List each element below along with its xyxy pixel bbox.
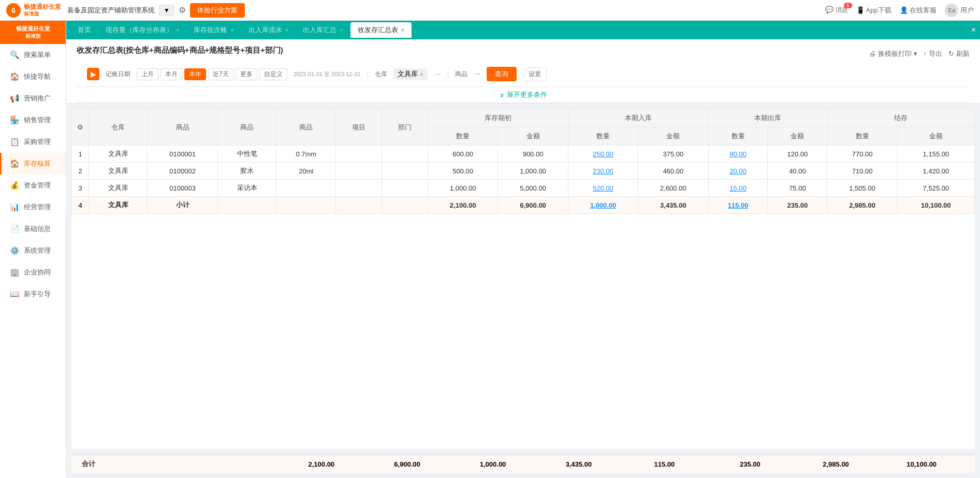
- sidebar-item-search[interactable]: 🔍 搜索菜单: [0, 44, 66, 66]
- refresh-button[interactable]: ↻ 刷新: [948, 49, 970, 59]
- row-dept: [382, 197, 428, 214]
- system-dropdown[interactable]: ▼: [159, 5, 174, 16]
- chip-last-month[interactable]: 上月: [137, 68, 158, 80]
- tab-inout-summary-label: 出入库汇总: [303, 25, 337, 35]
- chip-more[interactable]: 更多: [236, 68, 257, 80]
- tab-recv-send-close[interactable]: ×: [401, 27, 404, 33]
- row-in-qty[interactable]: 230.00: [568, 163, 638, 180]
- tab-stock-dist-close[interactable]: ×: [176, 27, 179, 33]
- trial-button[interactable]: 体验行业方案: [190, 3, 245, 18]
- chip-7days[interactable]: 近7天: [208, 68, 233, 80]
- sidebar-item-finance[interactable]: 💰 资金管理: [0, 175, 66, 196]
- app-logo: 6 畅捷通好生意 标准版: [6, 3, 61, 18]
- th-open-qty: 数量: [428, 127, 498, 146]
- expand-icon: ∨: [500, 91, 505, 99]
- th-closing: 结存: [827, 109, 975, 127]
- tab-inout-summary[interactable]: 出入库汇总 ×: [296, 22, 350, 38]
- sidebar-item-basic[interactable]: 📄 基础信息: [0, 218, 66, 240]
- settings-icon[interactable]: ⚙: [179, 5, 186, 15]
- tab-inout-flow-label: 出入库流水: [248, 25, 282, 35]
- footer-values: 2,100.00 6,900.00 1,000.00 3,435.00 115.…: [279, 460, 964, 468]
- sidebar-item-operation[interactable]: 📊 经营管理: [0, 196, 66, 218]
- expand-more-button[interactable]: ∨ 展开更多条件: [500, 90, 547, 99]
- table-row: 4文具库小计2,100.006,900.001,000.003,435.0011…: [72, 197, 975, 214]
- row-close-amt: 7,525.00: [897, 180, 974, 197]
- chip-custom[interactable]: 自定义: [259, 68, 287, 80]
- row-out-qty[interactable]: 20.00: [708, 163, 768, 180]
- warehouse-tag: 文具库 ×: [393, 68, 428, 80]
- sidebar-label-marketing: 营销推广: [24, 94, 51, 103]
- row-in-qty[interactable]: 250.00: [568, 146, 638, 163]
- warehouse-tag-close[interactable]: ×: [420, 70, 424, 78]
- tab-batch-close[interactable]: ×: [230, 27, 233, 33]
- filter-toggle-button[interactable]: ▶: [87, 68, 99, 80]
- tab-home[interactable]: 首页: [70, 22, 98, 38]
- row-in-qty[interactable]: 1,000.00: [568, 197, 638, 214]
- row-close-qty: 1,505.00: [827, 180, 897, 197]
- messages-icon[interactable]: 💬 6 消息: [825, 6, 848, 15]
- tab-bar-close[interactable]: ×: [971, 25, 976, 35]
- tab-bar: 首页 现存量（库存分布表） × 库存批次账 × 出入库流水 × 出入库汇总 × …: [66, 21, 980, 39]
- sidebar-label-sales: 销售管理: [24, 115, 51, 125]
- row-in-qty[interactable]: 520.00: [568, 180, 638, 197]
- row-project: [336, 146, 382, 163]
- finance-icon: 💰: [10, 181, 20, 190]
- expand-more-bar: ∨ 展开更多条件: [77, 87, 970, 103]
- th-in-amt: 金额: [638, 127, 708, 146]
- sidebar-item-quick[interactable]: 🏠 快捷导航: [0, 66, 66, 88]
- inventory-icon: 🏠: [10, 159, 20, 168]
- tab-inout-flow-close[interactable]: ×: [285, 27, 288, 33]
- home-icon: 🏠: [10, 72, 20, 81]
- sidebar-item-sales[interactable]: 🏪 销售管理: [0, 109, 66, 131]
- warehouse-more-button[interactable]: ···: [434, 69, 441, 79]
- row-out-qty[interactable]: 15.00: [708, 180, 768, 197]
- user-avatar[interactable]: Ea 用户: [945, 4, 974, 17]
- row-dept: [382, 180, 428, 197]
- product-more-button[interactable]: ···: [474, 69, 480, 79]
- row-project: [336, 163, 382, 180]
- main-layout: 畅捷通好生意标准版 🔍 搜索菜单 🏠 快捷导航 📢 营销推广 🏪 销售管理 📋 …: [0, 21, 980, 478]
- row-in-amt: 2,600.00: [638, 180, 708, 197]
- page-header: 收发存汇总表(按仓库+商品编码+商品+规格型号+项目+部门) 🖨 换模板打印 ▾…: [66, 39, 980, 104]
- sidebar-label-basic: 基础信息: [24, 224, 51, 234]
- row-out-amt: 235.00: [768, 197, 827, 214]
- template-print-button[interactable]: 🖨 换模板打印 ▾: [869, 49, 917, 59]
- tab-stock-dist[interactable]: 现存量（库存分布表） ×: [98, 22, 186, 38]
- online-service[interactable]: 👤 在线客服: [900, 6, 937, 15]
- row-dept: [382, 163, 428, 180]
- row-open-amt: 5,000.00: [498, 180, 568, 197]
- sidebar-item-purchase[interactable]: 📋 采购管理: [0, 131, 66, 153]
- sidebar-item-newbie[interactable]: 📖 新手引导: [0, 283, 66, 305]
- tab-inout-summary-close[interactable]: ×: [340, 27, 343, 33]
- app-download[interactable]: 📱 App下载: [856, 6, 891, 15]
- warehouse-label: 仓库: [375, 70, 387, 79]
- sidebar-item-marketing[interactable]: 📢 营销推广: [0, 88, 66, 109]
- row-out-qty[interactable]: 80.00: [708, 146, 768, 163]
- search-icon: 🔍: [10, 50, 20, 60]
- tab-inout-flow[interactable]: 出入库流水 ×: [241, 22, 296, 38]
- sidebar-label-quick: 快捷导航: [24, 72, 51, 81]
- th-open-amt: 金额: [498, 127, 568, 146]
- query-button[interactable]: 查询: [487, 67, 517, 81]
- chevron-down-icon: ▾: [914, 50, 917, 57]
- sidebar-item-inventory[interactable]: 🏠 库存核算: [0, 153, 66, 175]
- enterprise-icon: 🏢: [10, 268, 20, 277]
- tab-recv-send[interactable]: 收发存汇总表 ×: [350, 22, 412, 38]
- page-title: 收发存汇总表(按仓库+商品编码+商品+规格型号+项目+部门): [77, 46, 283, 55]
- sidebar-item-enterprise[interactable]: 🏢 企业协同: [0, 262, 66, 283]
- export-button[interactable]: ↑ 导出: [924, 49, 943, 59]
- sidebar-label-newbie: 新手引导: [24, 289, 51, 299]
- tab-batch[interactable]: 库存批次账 ×: [186, 22, 241, 38]
- settings-button[interactable]: 设置: [523, 67, 547, 81]
- sidebar-label-operation: 经营管理: [24, 202, 51, 212]
- refresh-icon: ↻: [948, 50, 954, 57]
- chip-this-month[interactable]: 本月: [160, 68, 182, 80]
- th-settings[interactable]: ⚙: [72, 109, 89, 146]
- page-content: 收发存汇总表(按仓库+商品编码+商品+规格型号+项目+部门) 🖨 换模板打印 ▾…: [66, 39, 980, 478]
- row-spec: 0.7mm: [276, 146, 336, 163]
- chip-this-year[interactable]: 本年: [184, 68, 206, 80]
- header-actions: 🖨 换模板打印 ▾ ↑ 导出 ↻ 刷新: [869, 49, 970, 59]
- row-out-qty[interactable]: 115.00: [708, 197, 768, 214]
- sidebar-item-system[interactable]: ⚙️ 系统管理: [0, 240, 66, 262]
- data-table: ⚙ 仓库 商品 商品 商品 项目 部门 库存期初 本期入库 本期出库 结存: [71, 109, 975, 214]
